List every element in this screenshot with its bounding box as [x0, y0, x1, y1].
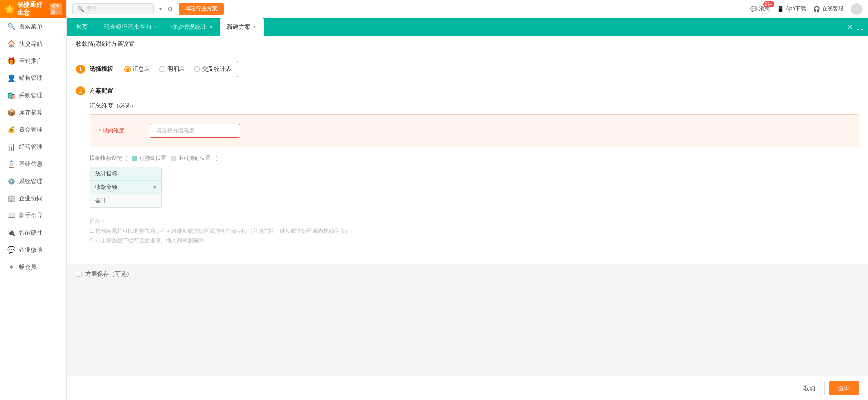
- user-avatar[interactable]: [851, 3, 863, 15]
- tab-label-receipt-stats: 收款情况统计: [171, 23, 207, 31]
- tab-close-new-plan[interactable]: ×: [253, 24, 256, 30]
- sidebar-label-enterprise: 企业协同: [19, 194, 42, 202]
- sidebar-label-finance: 资金管理: [19, 126, 42, 134]
- vertical-dimension-label: * 纵向维度: [99, 127, 124, 135]
- sidebar-label-sales: 销售管理: [19, 74, 42, 82]
- sidebar-item-system[interactable]: ⚙️系统管理: [0, 173, 66, 190]
- metrics-col-amount-label: 收款金额: [95, 184, 117, 191]
- draggable-legend: 可拖动位置: [132, 155, 166, 162]
- maximize-icon[interactable]: ⛶: [856, 23, 863, 31]
- sidebar-item-beginner[interactable]: 📖新手引导: [0, 207, 66, 224]
- trial-btn[interactable]: 体验行业方案: [179, 3, 224, 15]
- metrics-label-suffix: ）: [215, 155, 221, 162]
- sidebar-label-wechat: 企业微信: [19, 246, 42, 254]
- settings-icon[interactable]: ⚙: [167, 5, 173, 13]
- sidebar-item-marketing[interactable]: 🎁营销推广: [0, 52, 66, 70]
- main-content: 🔍 搜索... ▾ ⚙ 体验行业方案 💬 消息 99+ 📱 App下载 🎧 在线…: [67, 0, 868, 400]
- service-icon: 🎧: [813, 6, 820, 12]
- arrow-icon: ——: [131, 127, 143, 135]
- tab-cash-flow[interactable]: 现金银行流水查询×: [97, 18, 164, 36]
- metrics-col-amount[interactable]: 收款金额 ▾: [90, 181, 161, 194]
- topbar-right: 💬 消息 99+ 📱 App下载 🎧 在线客服: [750, 3, 863, 15]
- sidebar-label-marketing: 营销推广: [19, 57, 42, 65]
- tabbar-actions: ✕ ⛶: [842, 23, 868, 32]
- vertical-dimension-row: * 纵向维度 —— 请选择分组维度: [99, 124, 849, 138]
- tab-new-plan[interactable]: 新建方案×: [220, 18, 264, 36]
- search-placeholder: 搜索...: [86, 5, 101, 13]
- metrics-section: 模板指标设定（ 可拖动位置 不可拖动位置 ）: [90, 155, 859, 209]
- save-checkbox[interactable]: [76, 271, 82, 277]
- sidebar-label-basic-info: 基础信息: [19, 160, 42, 168]
- dimension-select[interactable]: 请选择分组维度: [150, 124, 240, 138]
- tab-close-receipt-stats[interactable]: ×: [209, 24, 212, 30]
- dropdown-arrow-icon[interactable]: ▾: [159, 6, 162, 12]
- sidebar-item-operation[interactable]: 📊经营管理: [0, 138, 66, 155]
- tab-label-cash-flow: 现金银行流水查询: [104, 23, 151, 31]
- content-area: 收款情况统计方案设置 1 选择模板 汇总表 明细表: [67, 36, 868, 376]
- metrics-label-text: 模板指标设定（: [90, 155, 127, 162]
- radio-cross-circle: [194, 66, 200, 72]
- radio-summary-circle: [124, 66, 131, 72]
- sidebar-icon-basic-info: 📋: [7, 160, 15, 168]
- sidebar-item-enterprise[interactable]: 🏢企业协同: [0, 190, 66, 207]
- sidebar-item-finance[interactable]: 💰资金管理: [0, 121, 66, 138]
- sidebar-item-quick-nav[interactable]: 🏠快捷导航: [0, 35, 66, 52]
- message-count: 99+: [763, 1, 774, 7]
- draggable-label: 可拖动位置: [139, 155, 166, 162]
- tab-receipt-stats[interactable]: 收款情况统计×: [164, 18, 220, 36]
- logo-text: 畅捷通好生意: [17, 1, 47, 17]
- sidebar-item-purchase[interactable]: 🛍️采购管理: [0, 87, 66, 104]
- cancel-button[interactable]: 取消: [794, 381, 825, 395]
- logo-icon: 🌟: [5, 4, 14, 14]
- tab-home[interactable]: 首页: [67, 18, 97, 36]
- radio-cross[interactable]: 交叉统计表: [194, 65, 231, 73]
- radio-detail[interactable]: 明细表: [159, 65, 185, 73]
- service-label: 在线客服: [822, 5, 844, 13]
- metrics-legend: 模板指标设定（ 可拖动位置 不可拖动位置 ）: [90, 155, 859, 162]
- sidebar-icon-system: ⚙️: [7, 177, 15, 185]
- sidebar-item-inventory[interactable]: 📦库存核算: [0, 104, 66, 121]
- sidebar-item-sales[interactable]: 👤销售管理: [0, 70, 66, 87]
- step1-title: 选择模板: [90, 65, 113, 73]
- sidebar-icon-quick-nav: 🏠: [7, 40, 15, 48]
- sidebar-label-inventory: 库存核算: [19, 108, 42, 117]
- col-dropdown-icon[interactable]: ▾: [153, 184, 156, 190]
- close-window-icon[interactable]: ✕: [847, 23, 853, 32]
- step1-section: 1 选择模板 汇总表 明细表 交叉统计表: [76, 61, 859, 77]
- radio-summary[interactable]: 汇总表: [124, 65, 150, 73]
- sidebar-item-wechat[interactable]: 💬企业微信: [0, 241, 66, 259]
- step1-num: 1: [76, 65, 85, 74]
- search-bar[interactable]: 🔍 搜索...: [72, 3, 154, 14]
- sidebar-icon-operation: 📊: [7, 143, 15, 151]
- sidebar-icon-enterprise: 🏢: [7, 194, 15, 202]
- save-section: 方案保存（可选）: [67, 264, 868, 283]
- message-badge[interactable]: 💬 消息 99+: [750, 5, 770, 13]
- sidebar-icon-purchase: 🛍️: [7, 91, 15, 99]
- radio-cross-label: 交叉统计表: [202, 65, 231, 73]
- step2-section: 2 方案配置 汇总维度（必选） * 纵向维度 —— 请选择分组维度: [76, 86, 859, 246]
- app-download[interactable]: 📱 App下载: [777, 5, 806, 13]
- template-radio-group: 汇总表 明细表 交叉统计表: [118, 61, 238, 77]
- topbar: 🔍 搜索... ▾ ⚙ 体验行业方案 💬 消息 99+ 📱 App下载 🎧 在线…: [67, 0, 868, 18]
- tip-item-2: 2. 点击标题栏下拉可设置排序、插入列和删除列: [90, 236, 859, 246]
- sidebar-label-operation: 经营管理: [19, 143, 42, 151]
- tabbar: 首页现金银行流水查询×收款情况统计×新建方案× ✕ ⛶: [67, 18, 868, 36]
- app-icon: 📱: [777, 6, 784, 12]
- online-service[interactable]: 🎧 在线客服: [813, 5, 844, 13]
- page-title: 收款情况统计方案设置: [76, 40, 135, 47]
- tip-item-1: 1. 拖动标题栏可以调整布局，不可跨维度或指标区域拖动栏目字段（只能在同一维度或…: [90, 226, 859, 236]
- tab-close-cash-flow[interactable]: ×: [154, 24, 157, 30]
- sidebar-label-member: 畅会员: [19, 263, 37, 271]
- sidebar-icon-wechat: 💬: [7, 246, 15, 254]
- fixed-dot: [171, 156, 176, 161]
- radio-detail-circle: [159, 66, 165, 72]
- tab-label-home: 首页: [76, 23, 88, 31]
- sidebar-item-search-menu[interactable]: 🔍搜索菜单: [0, 18, 66, 35]
- sidebar-item-member[interactable]: ✦畅会员: [0, 259, 66, 276]
- sidebar-label-smart-hw: 智能硬件: [19, 229, 42, 237]
- fixed-legend: 不可拖动位置: [171, 155, 211, 162]
- sidebar-label-quick-nav: 快捷导航: [19, 40, 42, 48]
- query-button[interactable]: 查询: [829, 381, 859, 395]
- sidebar-item-basic-info[interactable]: 📋基础信息: [0, 155, 66, 173]
- sidebar-item-smart-hw[interactable]: 🔌智能硬件: [0, 224, 66, 241]
